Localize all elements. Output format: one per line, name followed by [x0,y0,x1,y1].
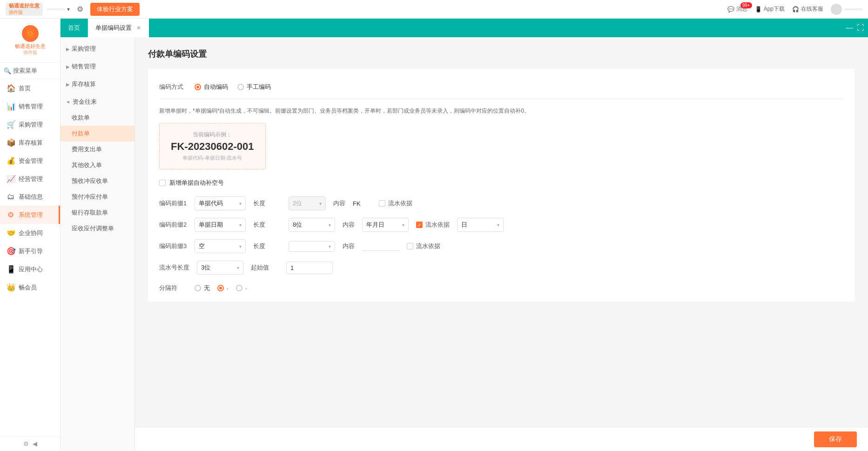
sidebar-item-inventory[interactable]: 📦 库存核算 [0,134,60,152]
length1-label: 长度 [253,199,281,208]
sub-pre-payment[interactable]: 预付冲应付单 [61,189,135,205]
serial-start-input[interactable] [286,262,333,274]
online-service-item[interactable]: 🎧 在线客服 [792,5,823,13]
radio-auto[interactable]: 自动编码 [195,83,228,91]
username-label [844,8,862,10]
sep-dot-label: · [227,285,229,292]
serial2-label: 流水依据 [425,221,450,229]
serial3-check[interactable]: 流水依据 [407,242,440,250]
search-icon: 🔍 [4,67,11,74]
sub-payment[interactable]: 付款单 [61,126,135,141]
auto-fill-row[interactable]: 新增单据自动补空号 [159,179,844,187]
sep-dash[interactable]: · [236,285,247,292]
tab-bar-right: — ⛶ [846,19,868,37]
content-area: 首页 单据编码设置 ✕ — ⛶ ▶ 采购管理 [61,19,868,451]
serial2-check[interactable]: ✓ 流水依据 [416,221,450,229]
group-capital-label: 资金往来 [73,98,97,106]
sidebar-logo-text: 畅通道好生意 [15,43,46,49]
sidebar-item-business[interactable]: 📈 经营管理 [0,170,60,188]
group-purchase-label: 采购管理 [72,45,96,53]
settings-bottom-icon[interactable]: ⚙ [23,440,29,447]
cycle-select[interactable]: 日 ▾ [457,218,504,232]
group-sales-title[interactable]: ▶ 销售管理 [61,59,135,74]
length1-field: 2位 ▾ [289,196,326,210]
separator-row: 分隔符 无 · · [159,284,844,292]
radio-manual[interactable]: 手工编码 [237,83,271,91]
basic-icon: 🗂 [7,193,15,201]
sidebar-item-member[interactable]: 👑 畅会员 [0,278,60,296]
group-inventory-title[interactable]: ▶ 库存核算 [61,76,135,92]
save-button[interactable]: 保存 [814,431,857,447]
sidebar-item-label: 销售管理 [19,102,43,111]
sub-adjustment[interactable]: 应收应付调整单 [61,221,135,236]
prefix3-arrow: ▾ [239,244,242,249]
tab-bar: 首页 单据编码设置 ✕ — ⛶ [61,19,868,37]
sidebar-logo-icon: 🔆 [22,25,39,42]
tab-encoding-label: 单据编码设置 [95,24,132,32]
user-item[interactable] [831,4,862,15]
length3-arrow: ▾ [329,244,331,249]
prefix3-label: 编码前缀3 [159,242,187,250]
tab-encoding-settings[interactable]: 单据编码设置 ✕ [88,19,149,37]
top-bar: 畅通道好生意插件版 ▾ ⚙ 体验行业方案 💬 消息 99+ 📱 App下载 🎧 … [0,0,868,19]
sub-expense[interactable]: 费用支出单 [61,141,135,157]
sub-other-income[interactable]: 其他收入单 [61,157,135,173]
group-sales-arrow: ▶ [66,64,70,69]
sidebar-nav: 🏠 首页 📊 销售管理 🛒 采购管理 📦 库存核算 💰 资金管理 📈 经 [0,79,60,436]
tab-home[interactable]: 首页 [61,19,88,37]
sidebar-item-basic[interactable]: 🗂 基础信息 [0,188,60,206]
length2-value: 8位 [293,221,302,229]
search-label: 搜索菜单 [13,67,37,75]
app-logo: 畅通道好生意插件版 [6,3,43,16]
sidebar-search[interactable]: 🔍 搜索菜单 [0,63,60,79]
sub-bank[interactable]: 银行存取款单 [61,205,135,221]
sidebar-item-cooperation[interactable]: 🤝 企业协同 [0,224,60,242]
prefix2-label: 编码前缀2 [159,221,187,229]
sep-none[interactable]: 无 [195,284,210,292]
prefix1-select[interactable]: 单据代码 ▾ [195,196,246,210]
settings-icon[interactable]: ⚙ [74,3,87,16]
serial-length-select[interactable]: 3位 ▾ [197,261,243,275]
tab-minimize-icon[interactable]: — [846,24,853,32]
radio-manual-dot [237,84,244,90]
message-item[interactable]: 💬 消息 99+ [727,5,747,13]
length2-field[interactable]: 8位 ▾ [289,218,335,232]
radio-auto-label: 自动编码 [204,83,228,91]
sidebar-item-guide[interactable]: 🎯 新手引导 [0,242,60,260]
sidebar-item-home[interactable]: 🏠 首页 [0,79,60,97]
group-purchase-title[interactable]: ▶ 采购管理 [61,41,135,57]
prefix2-select[interactable]: 单据日期 ▾ [195,218,246,232]
group-capital-title[interactable]: ▼ 资金往来 [61,94,135,110]
form-panel: 编码方式 自动编码 手工编码 [148,69,855,302]
separator-label: 分隔符 [159,284,187,292]
tab-home-label: 首页 [68,24,80,32]
sidebar-item-system[interactable]: ⚙ 系统管理 [0,206,60,224]
sub-receipt[interactable]: 收款单 [61,110,135,126]
sidebar-item-label: 系统管理 [19,211,43,219]
tab-close-icon[interactable]: ✕ [136,25,141,31]
prefix-row-1: 编码前缀1 单据代码 ▾ 长度 2位 ▾ 内容 FK [159,196,844,210]
finance-icon: 💰 [7,156,15,165]
business-icon: 📈 [7,175,15,183]
sidebar-item-finance[interactable]: 💰 资金管理 [0,152,60,170]
trial-button[interactable]: 体验行业方案 [90,3,140,16]
workspace-dropdown[interactable]: ▾ [47,6,70,13]
serial1-check[interactable]: 流水依据 [379,199,412,208]
content2-value: 年月日 [366,221,384,229]
sub-pre-receipt[interactable]: 预收冲应收单 [61,173,135,189]
length1-value: 2位 [293,199,302,208]
content2-select[interactable]: 年月日 ▾ [362,218,409,232]
sep-dot[interactable]: · [217,285,229,292]
length3-field[interactable]: ▾ [289,241,335,252]
auto-fill-label: 新增单据自动补空号 [169,179,224,187]
sidebar-item-label: 应用中心 [19,265,43,274]
auto-fill-checkbox[interactable] [159,180,166,186]
tab-maximize-icon[interactable]: ⛶ [857,24,864,32]
sidebar-item-apps[interactable]: 📱 应用中心 [0,260,60,278]
sidebar-item-sales[interactable]: 📊 销售管理 [0,97,60,115]
prefix3-select[interactable]: 空 ▾ [195,239,246,253]
prefix1-arrow: ▾ [239,201,242,206]
app-download-item[interactable]: 📱 App下载 [755,5,785,13]
collapse-icon[interactable]: ◀ [33,440,37,447]
sidebar-item-purchase[interactable]: 🛒 采购管理 [0,115,60,134]
